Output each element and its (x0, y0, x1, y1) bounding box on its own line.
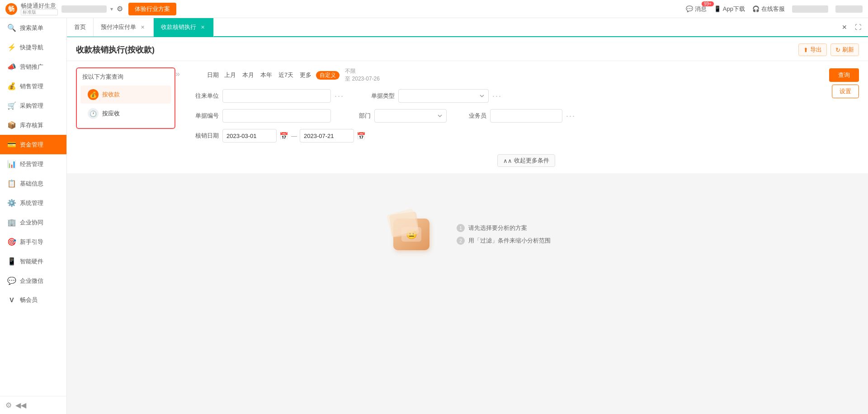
tab-close-all-button[interactable]: ✕ (838, 21, 851, 33)
mobile-icon: 📱 (714, 5, 721, 12)
search-icon: 🔍 (7, 24, 16, 32)
filter-receipt-label: 按收款 (102, 90, 120, 99)
sidebar-item-sales[interactable]: 💰 销售管理 (0, 76, 66, 96)
sidebar-item-member[interactable]: V 畅会员 (0, 290, 66, 309)
filter-by-receipt[interactable]: 💰 按收款 (80, 86, 171, 104)
tab-close-prepay[interactable]: ✕ (139, 24, 146, 31)
sidebar-item-quick-nav[interactable]: ⚡ 快捷导航 (0, 38, 66, 57)
step-1-badge: 1 (457, 224, 465, 232)
counterparty-more-icon[interactable]: ··· (335, 91, 344, 101)
cart-icon: 🛒 (7, 101, 16, 110)
filter-sidebar: 按以下方案查询 💰 按收款 🕐 按应收 (76, 67, 175, 167)
docno-filter-row: 单据编号 部门 业务员 ··· (193, 109, 815, 123)
sidebar-item-purchase[interactable]: 🛒 采购管理 (0, 96, 66, 115)
chevron-left-icon: » (175, 69, 180, 79)
tab-receipt-writeoff[interactable]: 收款核销执行 ✕ (154, 18, 214, 37)
page-header: 收款核销执行(按收款) ⬆ 导出 ↻ 刷新 (67, 37, 868, 61)
empty-step-1-text: 请先选择要分析的方案 (468, 224, 527, 232)
filter-main: 日期 上月 本月 本年 近7天 更多 自定义 (186, 67, 859, 167)
date-7days[interactable]: 近7天 (277, 70, 295, 80)
solution-button[interactable]: 体验行业方案 (128, 3, 176, 15)
writeoff-date-picker: 📅 — 📅 (222, 129, 366, 143)
writeoff-date-start[interactable] (222, 129, 277, 143)
collapse-more-button[interactable]: ∧∧ 收起更多条件 (497, 154, 555, 167)
filter-sidebar-title: 按以下方案查询 (77, 73, 175, 85)
message-icon: 💬 (686, 5, 693, 12)
writeoff-date-end[interactable] (300, 129, 354, 143)
main-layout: 🔍 搜索菜单 ⚡ 快捷导航 📣 营销推广 💰 销售管理 🛒 采购管理 📦 库存核… (0, 18, 868, 414)
tabbar-actions: ✕ ⛶ (838, 21, 868, 33)
query-button[interactable]: 查询 (829, 68, 859, 82)
sidebar-item-beginner[interactable]: 🎯 新手引导 (0, 232, 66, 252)
wechat-icon: 💬 (7, 276, 16, 285)
empty-text-group: 1 请先选择要分析的方案 2 用「过滤」条件来缩小分析范围 (457, 224, 551, 245)
counterparty-input[interactable] (222, 89, 331, 103)
doc-type-more-icon[interactable]: ··· (492, 91, 502, 101)
sidebar-item-system[interactable]: ⚙️ 系统管理 (0, 193, 66, 213)
export-icon: ⬆ (803, 47, 808, 53)
writeoff-cal-end-icon[interactable]: 📅 (357, 132, 366, 140)
writeoff-cal-start-icon[interactable]: 📅 (279, 132, 288, 140)
sidebar-item-inventory[interactable]: 📦 库存核算 (0, 115, 66, 135)
sidebar-settings-icon[interactable]: ⚙ (5, 401, 12, 409)
app-download-button[interactable]: 📱 App下载 (714, 5, 745, 13)
workspace-chevron-icon[interactable]: ▾ (110, 6, 113, 12)
user-avatar[interactable] (792, 5, 828, 13)
sidebar-item-enterprise[interactable]: 🏢 企业协同 (0, 213, 66, 232)
settings-button[interactable]: 设置 (832, 85, 859, 98)
tabbar: 首页 预付冲应付单 ✕ 收款核销执行 ✕ ✕ ⛶ (67, 18, 868, 37)
building-icon: 🏢 (7, 218, 16, 227)
refresh-button[interactable]: ↻ 刷新 (830, 43, 859, 56)
docno-input[interactable] (222, 109, 331, 123)
tab-close-receipt[interactable]: ✕ (199, 24, 206, 31)
workspace-name (61, 5, 107, 13)
gear-icon: ⚙️ (7, 199, 16, 207)
sidebar-collapse-icon[interactable]: ◀◀ (15, 401, 26, 409)
staff-input[interactable] (490, 109, 562, 123)
date-this-month[interactable]: 本月 (241, 70, 256, 80)
refresh-icon: ↻ (835, 47, 840, 53)
date-more[interactable]: 更多 (298, 70, 313, 80)
sidebar: 🔍 搜索菜单 ⚡ 快捷导航 📣 营销推广 💰 销售管理 🛒 采购管理 📦 库存核… (0, 18, 67, 414)
export-button[interactable]: ⬆ 导出 (798, 43, 827, 56)
tab-home[interactable]: 首页 (67, 18, 94, 37)
list-icon: 📋 (7, 179, 16, 188)
sidebar-item-operations[interactable]: 📊 经营管理 (0, 154, 66, 174)
empty-illustration: 😐 (384, 209, 439, 259)
date-quick-buttons: 上月 本月 本年 近7天 更多 自定义 (222, 70, 340, 80)
date-label: 日期 (193, 71, 219, 79)
brand-name: 畅捷通好生意 (21, 2, 56, 10)
filter-area: 按以下方案查询 💰 按收款 🕐 按应收 » (67, 61, 868, 173)
filter-collapse-button[interactable]: » (175, 67, 186, 167)
date-custom-badge[interactable]: 自定义 (316, 71, 340, 80)
staff-more-icon[interactable]: ··· (566, 111, 576, 121)
box-icon: 📦 (7, 121, 16, 129)
sidebar-item-finance[interactable]: 💳 资金管理 (0, 135, 66, 154)
customer-service-button[interactable]: 🎧 在线客服 (752, 5, 785, 13)
dept-label: 部门 (345, 112, 371, 120)
device-icon: 📱 (7, 257, 16, 266)
empty-step-2-text: 用「过滤」条件来缩小分析范围 (468, 237, 551, 245)
sidebar-item-smart-hw[interactable]: 📱 智能硬件 (0, 252, 66, 271)
page-title: 收款核销执行(按收款) (76, 44, 155, 55)
topbar: 畅 畅捷通好生意 标准版 ▾ ⚙ 体验行业方案 💬 消息 99+ 📱 App下载… (0, 0, 868, 18)
message-button[interactable]: 💬 消息 99+ (686, 5, 707, 13)
doc-type-label: 单据类型 (359, 92, 395, 100)
tab-prepay[interactable]: 预付冲应付单 ✕ (94, 18, 154, 37)
headset-icon: 🎧 (752, 5, 760, 12)
dept-select[interactable] (374, 109, 447, 123)
writeoff-date-filter-row: 核销日期 📅 — 📅 (193, 129, 815, 143)
settings-icon[interactable]: ⚙ (117, 5, 123, 13)
sidebar-item-wechat[interactable]: 💬 企业微信 (0, 271, 66, 290)
tab-expand-button[interactable]: ⛶ (852, 21, 864, 33)
doc-type-select[interactable] (398, 89, 489, 103)
sidebar-item-marketing[interactable]: 📣 营销推广 (0, 57, 66, 76)
sidebar-item-basic-info[interactable]: 📋 基础信息 (0, 174, 66, 193)
sidebar-item-search-menu[interactable]: 🔍 搜索菜单 (0, 18, 66, 38)
filter-by-receivable[interactable]: 🕐 按应收 (80, 105, 171, 123)
chart-icon: 📊 (7, 160, 16, 168)
date-last-month[interactable]: 上月 (222, 70, 238, 80)
counterparty-label: 往来单位 (193, 92, 219, 100)
staff-label: 业务员 (461, 112, 486, 120)
date-this-year[interactable]: 本年 (259, 70, 274, 80)
